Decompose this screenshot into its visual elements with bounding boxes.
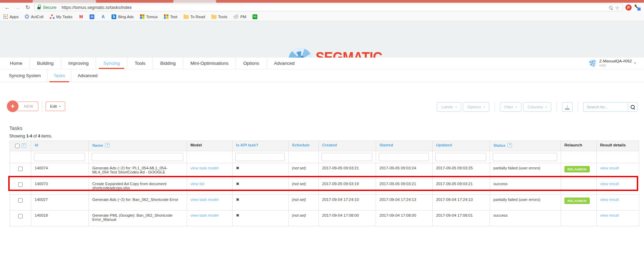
row-checkbox[interactable] [18,214,23,218]
bookmark-pm[interactable]: PM [233,14,246,19]
view-result-link[interactable]: view result [600,197,619,202]
options-button[interactable]: Options ▾ [463,102,489,112]
column-header-relaunch: Relaunch [561,141,597,151]
columns-button[interactable]: Columns ▾ [523,102,551,112]
bookmark-apps[interactable]: Apps [3,14,19,19]
bookmark-folder-to-read[interactable]: To Read [184,14,205,19]
url-separator [59,5,59,10]
bookmark-bing-ads[interactable]: b Bing Ads [112,14,133,19]
bookmark-gmail[interactable]: M [79,14,83,19]
search-button[interactable] [628,102,637,112]
relaunch-button[interactable]: RELAUNCH [564,166,590,172]
labels-button[interactable]: Labels ▾ [437,102,461,112]
chevron-down-icon: ▾ [455,106,457,109]
relaunch-button[interactable]: RELAUNCH [564,197,590,204]
row-checkbox[interactable] [18,198,23,203]
bookmark-calendar[interactable]: 31 [90,14,94,19]
view-result-link[interactable]: view result [600,166,619,170]
help-icon[interactable]: ? [22,143,26,148]
page-title: Tasks [9,125,22,131]
subnav-tab-syncing-system[interactable]: Syncing System [3,69,47,82]
browser-tab[interactable] [173,0,216,3]
browser-tab-strip [0,0,644,3]
view-result-link[interactable]: view result [600,182,619,186]
sub-nav: Syncing System Tasks Advanced [0,69,644,82]
folder-icon [184,15,189,19]
url-bar[interactable]: Secure https://tomus.segmatic.io/tasks/i… [34,4,623,11]
table-row: 140074 Generate Ads (~2) for: PL1_054-ML… [10,163,639,179]
filter-updated-input[interactable] [435,153,486,161]
column-header-created[interactable]: Created [319,141,376,151]
nav-tab-options[interactable]: Options [236,58,267,69]
filter-created-input[interactable] [321,153,372,161]
table-row: 140018 Generate PML (Google): Ban_062_Sh… [10,211,639,226]
bookmark-my-tasks[interactable]: My Tasks [50,14,73,19]
view-result-link[interactable]: view result [600,213,619,217]
bookmark-tomus[interactable]: Tomus [140,14,158,19]
refresh-button[interactable]: ↻ [24,5,32,10]
user-id: #280 [599,64,632,67]
filter-name-input[interactable] [92,153,183,161]
view-model-link[interactable]: view task model [190,166,219,170]
search-input[interactable] [583,102,628,112]
toolbar-separator [42,101,42,112]
reddit-icon [233,14,238,19]
url-text[interactable]: https://tomus.segmatic.io/tasks/index [62,5,607,10]
analytics-icon: A [101,14,105,19]
download-button[interactable]: ↓ [562,102,573,112]
bookmark-star-icon[interactable]: ☆ [615,5,620,10]
items-summary: Showing 1-4 of 4 items. [9,134,52,139]
view-model-link[interactable]: view task model [190,197,219,202]
column-header-started[interactable]: Started [376,141,433,151]
column-header-status[interactable]: Status? [490,141,561,151]
bookmark-analytics[interactable]: A [101,14,105,19]
nav-tab-syncing[interactable]: Syncing [96,58,127,69]
browser-tab[interactable] [33,0,96,3]
help-icon[interactable]: ? [105,143,109,147]
select-all-checkbox[interactable] [15,144,20,148]
row-checkbox[interactable] [18,167,23,171]
subnav-tab-advanced[interactable]: Advanced [71,69,104,82]
extension-p-icon[interactable]: P [625,4,632,11]
bookmark-techcrunch[interactable]: TC [253,14,257,19]
status-text: partially failed (user errors) [490,195,561,211]
nav-tab-improving[interactable]: Improving [61,58,96,69]
nav-tab-home[interactable]: Home [3,58,30,69]
row-checkbox[interactable] [18,182,23,187]
filter-is-api-input[interactable] [235,153,285,161]
back-button[interactable]: ← [3,5,11,10]
bookmark-folder-tools[interactable]: Tools [211,14,227,19]
nav-tab-building[interactable]: Building [30,58,61,69]
view-list-link[interactable]: view list [190,182,204,186]
zoom-out-icon[interactable] [609,6,613,10]
view-model-link[interactable]: view task model [190,213,219,217]
filter-id-input[interactable] [34,153,85,161]
filter-started-input[interactable] [379,153,429,161]
forward-button[interactable]: → [14,5,21,10]
nav-tab-tools[interactable]: Tools [127,58,153,69]
column-header-updated[interactable]: Updated [433,141,490,151]
bookmark-actcoll[interactable]: ActColl [25,14,43,19]
nav-tab-bidding[interactable]: Bidding [153,58,183,69]
user-menu[interactable]: Z-ManualQA-#062 #280 ▾ [589,59,636,67]
column-header-schedule[interactable]: Schedule [289,141,319,151]
nav-tab-advanced[interactable]: Advanced [267,58,302,69]
toolbar-separator [578,101,578,112]
plus-icon[interactable]: + [7,100,19,112]
colorpicker-extension-icon[interactable] [634,4,641,11]
browser-toolbar: ← → ↻ Secure https://tomus.segmatic.io/t… [0,3,644,12]
tiles-icon [164,14,168,19]
filter-status-input[interactable] [493,153,557,161]
column-header-name[interactable]: Name? [89,141,187,151]
column-header-id[interactable]: Id [31,141,89,151]
edit-button[interactable]: Edit ▾ [46,101,65,111]
lock-icon[interactable] [37,6,40,10]
is-api-x-icon: ✖ [233,179,289,195]
nav-tab-mini-optimisations[interactable]: Mini-Optimisations [183,58,236,69]
column-header-is-api-task[interactable]: Is API task? [233,141,289,151]
filter-button[interactable]: Filter ▾ [500,102,522,112]
subnav-tab-tasks[interactable]: Tasks [47,69,71,82]
column-header-model: Model [187,141,233,151]
help-icon[interactable]: ? [507,143,512,147]
bookmark-test[interactable]: Test [164,14,177,19]
